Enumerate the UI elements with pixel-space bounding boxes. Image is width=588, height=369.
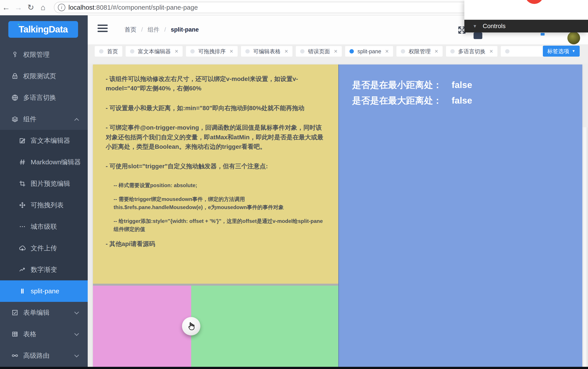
sidebar-item[interactable]: 组件: [0, 108, 88, 130]
sidebar-subitem-label: 数字渐变: [31, 265, 57, 274]
horizontal-split-trigger[interactable]: [93, 284, 338, 286]
tab-dot: [450, 49, 455, 53]
nested-split-pane: [93, 286, 338, 367]
avatar[interactable]: [567, 31, 580, 44]
tab-dot: [505, 49, 509, 53]
tab[interactable]: 富文本编辑器 ×: [126, 46, 183, 57]
tab-dot: [130, 49, 134, 53]
sidebar-subitem[interactable]: 数字渐变: [0, 259, 88, 280]
globe-icon: [11, 94, 19, 101]
back-icon[interactable]: ←: [0, 3, 12, 12]
sidebar-item[interactable]: 权限测试页: [0, 65, 88, 87]
message-icon[interactable]: [474, 32, 482, 39]
language-icon[interactable]: [541, 33, 545, 36]
tab[interactable]: 多语言切换 ×: [446, 46, 498, 57]
breadcrumb-separator: /: [164, 26, 166, 33]
sidebar-item[interactable]: 权限管理: [0, 44, 88, 65]
hash-icon: [19, 159, 26, 166]
tab-label: 多语言切换: [458, 48, 486, 55]
bottom-edge-strip: [0, 367, 588, 369]
nested-left-pane: [93, 286, 191, 367]
close-icon[interactable]: ×: [385, 48, 389, 55]
trend-icon: [19, 266, 26, 273]
tab[interactable]: 错误页面 ×: [296, 46, 342, 57]
sidebar-top-group: 权限管理 权限测试页 多语言切换: [0, 44, 88, 130]
close-icon[interactable]: ×: [435, 48, 438, 55]
tab[interactable]: 权限管理 ×: [396, 46, 442, 57]
sidebar-subitem[interactable]: 可拖拽列表: [0, 194, 88, 216]
tag-options-button[interactable]: 标签选项 ▼: [543, 46, 580, 57]
close-icon[interactable]: ×: [285, 48, 288, 55]
scrollbar[interactable]: [582, 127, 588, 369]
ellipsis-icon: [19, 223, 26, 230]
split-right-pane: 是否是在最小距离处： false 是否是在最大距离处： false: [338, 64, 582, 367]
sidebar-item[interactable]: 表格: [0, 323, 88, 345]
description-bullet: -- 样式需要设置position: absolute;: [114, 181, 326, 189]
app-logo[interactable]: TalkingData: [8, 21, 78, 38]
home-icon[interactable]: ⌂: [37, 3, 49, 12]
sidebar-subitem[interactable]: 城市级联: [0, 216, 88, 237]
breadcrumb-current: split-pane: [171, 26, 199, 33]
sidebar-subitem-label: 可拖拽列表: [31, 201, 64, 210]
close-icon[interactable]: ×: [334, 48, 337, 55]
tab-label: 可编辑表格: [253, 48, 281, 55]
description-bullet: - 可绑定事件@on-trigger-moving，回调函数的返回值是鼠标事件对…: [106, 123, 326, 151]
custom-drag-trigger[interactable]: [182, 317, 200, 335]
close-icon[interactable]: ×: [229, 48, 233, 55]
main-content: - 该组件可以拖动修改左右尺寸，还可以绑定v-model来设置，如设置v-mod…: [88, 64, 588, 369]
screen: ← → ↻ ⌂ i localhost:8081/#/component/spl…: [0, 0, 588, 369]
close-icon[interactable]: ×: [175, 48, 178, 55]
status-value: false: [452, 80, 472, 90]
record-dot-icon: [525, 0, 544, 4]
tab[interactable]: 可编辑表格 ×: [241, 46, 292, 57]
page-info-icon[interactable]: i: [58, 4, 65, 11]
tab-label: 首页: [107, 48, 118, 55]
caret-down-icon[interactable]: ▼: [473, 24, 477, 29]
sidebar-subitem[interactable]: Markdown编辑器: [0, 151, 88, 173]
tab-dot: [99, 49, 103, 53]
sidebar-subitem[interactable]: 图片预览编辑: [0, 173, 88, 194]
sidebar-bottom-group: 表单编辑 表格 高级路由: [0, 302, 88, 366]
close-icon[interactable]: ×: [489, 48, 493, 55]
sidebar-subitem[interactable]: split-pane: [0, 280, 88, 302]
pause-icon: [19, 287, 26, 295]
status-label: 是否是在最小距离处：: [352, 79, 442, 91]
breadcrumb-section[interactable]: 组件: [148, 26, 159, 34]
sidebar-item-label: 高级路由: [23, 351, 50, 360]
hand-cursor-icon: [186, 321, 196, 331]
refresh-icon[interactable]: ↻: [25, 3, 37, 12]
sidebar-subitem[interactable]: 富文本编辑器: [0, 130, 88, 151]
description-pane: - 该组件可以拖动修改左右尺寸，还可以绑定v-model来设置，如设置v-mod…: [93, 64, 338, 284]
tab[interactable]: split-pane ×: [345, 46, 393, 57]
sidebar-subitem[interactable]: 文件上传: [0, 237, 88, 259]
tab[interactable]: 首页: [95, 46, 122, 57]
split-left-pane: - 该组件可以拖动修改左右尺寸，还可以绑定v-model来设置，如设置v-mod…: [93, 64, 338, 367]
nested-right-pane: [191, 286, 338, 367]
breadcrumb-home[interactable]: 首页: [125, 26, 136, 34]
tab-dot: [300, 49, 305, 53]
status-row: 是否是在最小距离处： false: [352, 79, 569, 91]
controls-bar[interactable]: ▼ Controls: [464, 20, 588, 32]
menu-toggle-icon[interactable]: [98, 25, 108, 34]
status-row: 是否是在最大距离处： false: [352, 94, 569, 107]
edit-icon: [19, 137, 26, 144]
chevron-down-icon: [75, 310, 78, 314]
tab-label: 错误页面: [308, 48, 330, 55]
app-logo-text: TalkingData: [19, 24, 68, 35]
tab[interactable]: 可拖拽排序 ×: [186, 46, 238, 57]
lock-icon: [11, 73, 19, 80]
forward-icon[interactable]: →: [12, 3, 25, 12]
sidebar-item[interactable]: 表单编辑: [0, 302, 88, 323]
description-bullet: - 该组件可以拖动修改左右尺寸，还可以绑定v-model来设置，如设置v-mod…: [106, 74, 326, 93]
description-bullet: - 可设置最小和最大距离，如:min="80"即向右拖动到80%处就不能再拖动: [106, 103, 326, 113]
status-value: false: [452, 95, 472, 106]
cloud-upload-icon: [19, 245, 26, 252]
controls-title: Controls: [483, 23, 506, 30]
sidebar-item[interactable]: 高级路由: [0, 345, 88, 366]
sidebar: TalkingData 权限管理 权限测试页: [0, 15, 88, 369]
sidebar-item-label: 表单编辑: [23, 308, 50, 317]
open-tabs-bar: 首页 富文本编辑器 × 可拖拽排序 × 可编辑表格: [88, 44, 588, 64]
description-bullet: - 其他api请看源码: [106, 239, 326, 248]
sidebar-subitem-label: 文件上传: [31, 244, 57, 253]
sidebar-item[interactable]: 多语言切换: [0, 87, 88, 108]
